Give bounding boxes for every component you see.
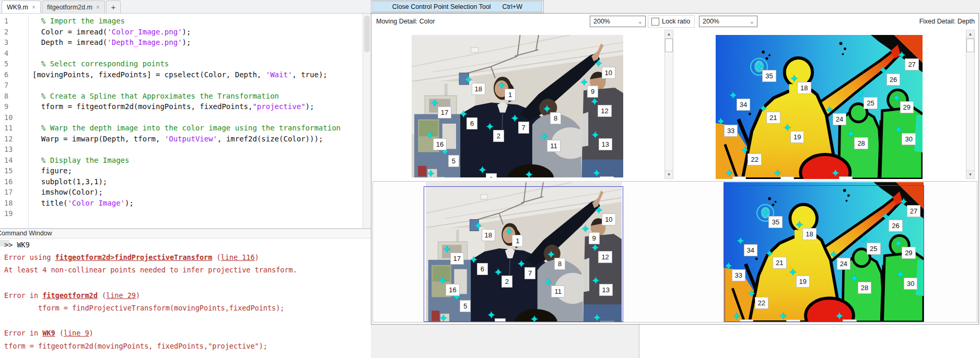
control-point-label: 2 bbox=[493, 130, 504, 142]
control-point-label: 30 bbox=[902, 133, 915, 145]
control-point-marker[interactable]: ✦ bbox=[523, 169, 535, 177]
control-point-label: 23 bbox=[732, 176, 746, 179]
editor-scrollbar[interactable] bbox=[363, 14, 371, 228]
control-point-label: 18 bbox=[472, 83, 485, 95]
control-point-label: 25 bbox=[864, 97, 877, 109]
scroll-up-icon[interactable]: ▲ bbox=[665, 30, 673, 39]
editor-pane: WK9.m × fitgeotform2d.m × + 123456789101… bbox=[0, 0, 371, 228]
lock-ratio-group: Lock ratio bbox=[648, 15, 695, 28]
code-line: % Create a Spline that Approximates the … bbox=[32, 91, 363, 102]
code-line: imshow(Color); bbox=[32, 187, 363, 198]
line-number: 9 bbox=[0, 101, 28, 112]
control-point-label: 28 bbox=[854, 137, 868, 149]
command-line: tform = fitgeotform2d(movingPoints, fixe… bbox=[4, 340, 371, 352]
control-point-label: 16 bbox=[433, 138, 447, 150]
control-point-label: 26 bbox=[886, 74, 900, 86]
line-number: 8 bbox=[0, 91, 28, 102]
control-point-label: 19 bbox=[790, 131, 804, 143]
close-icon[interactable]: × bbox=[32, 4, 36, 11]
control-point-label: 32 bbox=[839, 176, 853, 179]
line-number: 4 bbox=[0, 48, 28, 59]
moving-detail-image[interactable]: ✦1✦2✦3✦4✦5✦6✦7✦8✦9✦10✦11✦12✦13✦14✦15✦16✦… bbox=[412, 35, 623, 177]
moving-detail-rect[interactable] bbox=[424, 186, 623, 322]
close-icon[interactable]: × bbox=[96, 4, 100, 11]
code-line: tform = fitgeotform2d(movingPoints, fixe… bbox=[32, 101, 363, 112]
line-number: 6 bbox=[0, 69, 28, 80]
fixed-detail-scrollbar[interactable]: ▲ ▼ bbox=[966, 30, 975, 179]
scrollbar-thumb[interactable] bbox=[665, 39, 673, 52]
editor-code[interactable]: % Import the images Color = imread('Colo… bbox=[32, 16, 363, 219]
control-point-label: 22 bbox=[748, 153, 761, 165]
scrollbar-thumb[interactable] bbox=[966, 39, 974, 52]
line-number: 13 bbox=[0, 144, 28, 155]
control-point-label: 21 bbox=[766, 112, 780, 124]
command-line: tform = findProjectiveTransform(movingPo… bbox=[4, 302, 371, 314]
line-number: 11 bbox=[0, 123, 28, 134]
code-line bbox=[32, 208, 363, 219]
editor-code-area[interactable]: 12345678910111213141516171819 % Import t… bbox=[0, 14, 371, 228]
control-point-label: 11 bbox=[547, 140, 561, 152]
scroll-up-icon[interactable]: ▲ bbox=[966, 30, 974, 39]
command-line: At least 4 non-collinear points needed t… bbox=[4, 264, 371, 276]
chevron-down-icon: ⌄ bbox=[750, 18, 754, 25]
cpselect-menu-panel: Close Control Point Selection Tool Ctrl+… bbox=[371, 0, 544, 13]
line-number: 18 bbox=[0, 198, 28, 209]
command-line: Error in fitgeotform2d (line 29) bbox=[4, 289, 371, 302]
tab-fitgeotform2d[interactable]: fitgeotform2d.m × bbox=[42, 1, 105, 13]
matlab-screen: WK9.m × fitgeotform2d.m × + 123456789101… bbox=[0, 0, 980, 358]
control-point-label: 33 bbox=[724, 125, 738, 137]
control-point-label: 4 bbox=[434, 177, 445, 177]
control-point-marker[interactable]: ✦ bbox=[425, 168, 436, 177]
editor-tab-bar: WK9.m × fitgeotform2d.m × + bbox=[0, 0, 371, 14]
scrollbar-thumb[interactable] bbox=[364, 16, 370, 52]
menu-item-close-tool[interactable]: Close Control Point Selection Tool Ctrl+… bbox=[372, 1, 542, 12]
command-line: >> WK9 bbox=[4, 238, 371, 251]
moving-zoom-select[interactable]: 200% ⌄ bbox=[590, 16, 646, 27]
scroll-down-icon[interactable]: ▼ bbox=[665, 170, 673, 178]
moving-detail-scrollbar[interactable]: ▲ ▼ bbox=[664, 30, 673, 179]
code-line: Color = imread('Color_Image.png'); bbox=[32, 27, 363, 38]
control-point-label: 29 bbox=[900, 101, 914, 113]
command-window-header: Command Window bbox=[0, 228, 371, 238]
code-line: % Import the images bbox=[32, 16, 363, 27]
code-line: Warp = imwarp(Depth, tform, 'OutputView'… bbox=[32, 134, 363, 145]
control-point-label: 10 bbox=[602, 67, 615, 79]
code-line: [movingPoints, fixedPoints] = cpselect(C… bbox=[32, 69, 363, 80]
fixed-detail-points: ✦18✦19✦20✦21✦22✦23✦24✦25✦26✦27✦28✦29✦30✦… bbox=[716, 35, 923, 179]
menu-item-shortcut: Ctrl+W bbox=[503, 3, 523, 10]
moving-detail-label: Moving Detail: Color bbox=[376, 18, 435, 25]
code-line bbox=[32, 80, 363, 91]
fixed-zoom-select[interactable]: 200% ⌄ bbox=[699, 16, 757, 27]
new-tab-button[interactable]: + bbox=[106, 1, 121, 13]
control-point-label: 6 bbox=[466, 117, 477, 129]
editor-gutter: 12345678910111213141516171819 bbox=[0, 16, 29, 228]
code-line: % Warp the depth image into the color im… bbox=[32, 123, 363, 134]
tab-wk9[interactable]: WK9.m × bbox=[2, 1, 41, 13]
lock-ratio-checkbox[interactable] bbox=[651, 18, 659, 26]
scroll-down-icon[interactable]: ▼ bbox=[966, 170, 974, 178]
zoom-value: 200% bbox=[703, 18, 719, 25]
line-number: 5 bbox=[0, 58, 28, 69]
code-line: subplot(1,3,1); bbox=[32, 176, 363, 187]
control-point-label: 24 bbox=[833, 113, 846, 125]
line-number: 1 bbox=[0, 16, 28, 27]
moving-detail-points: ✦1✦2✦3✦4✦5✦6✦7✦8✦9✦10✦11✦12✦13✦14✦15✦16✦… bbox=[412, 35, 623, 177]
code-line: Depth = imread('Depth_Image.png'); bbox=[32, 37, 363, 48]
line-number: 19 bbox=[0, 208, 28, 219]
control-point-label: 34 bbox=[737, 99, 750, 111]
control-point-label: 8 bbox=[550, 112, 561, 124]
fixed-detail-label: Fixed Detail: Depth bbox=[919, 18, 975, 25]
control-point-label: 5 bbox=[448, 155, 459, 167]
control-point-label: 14 bbox=[600, 176, 613, 177]
control-point-label: 17 bbox=[438, 106, 451, 118]
control-point-label: 12 bbox=[598, 105, 611, 117]
command-window[interactable]: >> WK9Error using fitgeotform2d>findProj… bbox=[0, 238, 371, 358]
line-number: 12 bbox=[0, 134, 28, 145]
code-line bbox=[32, 112, 363, 123]
fixed-detail-image[interactable]: ✦18✦19✦20✦21✦22✦23✦24✦25✦26✦27✦28✦29✦30✦… bbox=[716, 35, 923, 179]
code-line: % Display the Images bbox=[32, 155, 363, 166]
command-line: Error using fitgeotform2d>findProjective… bbox=[4, 251, 371, 264]
fixed-detail-rect[interactable] bbox=[725, 185, 924, 322]
line-number: 16 bbox=[0, 176, 28, 187]
control-point-label: 3 bbox=[486, 173, 497, 177]
